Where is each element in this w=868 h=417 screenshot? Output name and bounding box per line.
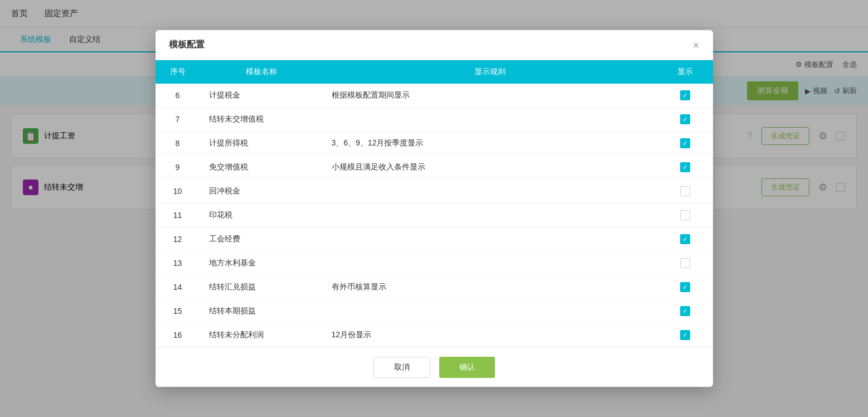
checkbox-checked-0[interactable]: ✓ [680,90,690,100]
modal-close-button[interactable]: × [693,40,700,51]
checkbox-checked-10[interactable]: ✓ [680,330,690,340]
cell-name-0: 计提税金 [200,84,323,108]
modal-title: 模板配置 [169,39,205,51]
table-row: 10回冲税金 [156,180,713,203]
checkbox-checked-3[interactable]: ✓ [680,162,690,172]
table-row: 6计提税金根据模板配置期间显示✓ [156,84,713,108]
cell-rule-9 [323,299,657,323]
table-row: 16结转未分配利润12月份显示✓ [156,323,713,347]
cell-no-9: 15 [156,299,200,323]
cell-name-9: 结转本期损益 [200,299,323,323]
cell-check-10: ✓ [657,323,713,347]
checkbox-checked-8[interactable]: ✓ [680,282,690,292]
table-row: 11印花税 [156,203,713,227]
cell-name-2: 计提所得税 [200,132,323,156]
cancel-button[interactable]: 取消 [374,357,430,378]
cell-name-6: 工会经费 [200,227,323,251]
cell-rule-7 [323,251,657,275]
cell-name-7: 地方水利基金 [200,251,323,275]
cell-rule-4 [323,180,657,203]
cell-rule-6 [323,227,657,251]
cell-rule-0: 根据模板配置期间显示 [323,84,657,108]
col-header-no: 序号 [156,60,200,84]
cell-check-2: ✓ [657,132,713,156]
col-header-display: 显示 [657,60,713,84]
table-row: 8计提所得税3、6、9、12月按季度显示✓ [156,132,713,156]
table-row: 12工会经费✓ [156,227,713,251]
cell-name-4: 回冲税金 [200,180,323,203]
cell-no-0: 6 [156,84,200,108]
cell-name-5: 印花税 [200,203,323,227]
modal-header: 模板配置 × [156,30,713,60]
cell-no-4: 10 [156,180,200,203]
checkbox-checked-9[interactable]: ✓ [680,306,690,316]
cell-check-0: ✓ [657,84,713,108]
cell-check-7 [657,251,713,275]
cell-no-1: 7 [156,108,200,132]
cell-no-7: 13 [156,251,200,275]
cell-check-9: ✓ [657,299,713,323]
modal-footer: 取消 确认 [156,347,713,387]
modal-body: 序号 模板名称 显示规则 显示 6计提税金根据模板配置期间显示✓7结转未交增值税… [156,60,713,347]
table-row: 9免交增值税小规模且满足收入条件显示✓ [156,156,713,180]
cell-rule-8: 有外币核算显示 [323,275,657,299]
cell-check-1: ✓ [657,108,713,132]
table-row: 14结转汇兑损益有外币核算显示✓ [156,275,713,299]
cell-no-2: 8 [156,132,200,156]
table-row: 15结转本期损益✓ [156,299,713,323]
modal-overlay: 模板配置 × 序号 模板名称 显示规则 显示 6计提税金根据模板配置期间显示✓7… [0,0,868,417]
cell-no-10: 16 [156,323,200,347]
cell-rule-2: 3、6、9、12月按季度显示 [323,132,657,156]
table-row: 7结转未交增值税✓ [156,108,713,132]
table-row: 13地方水利基金 [156,251,713,275]
confirm-button[interactable]: 确认 [439,357,495,378]
cell-name-8: 结转汇兑损益 [200,275,323,299]
template-config-modal: 模板配置 × 序号 模板名称 显示规则 显示 6计提税金根据模板配置期间显示✓7… [156,30,713,387]
col-header-rule: 显示规则 [323,60,657,84]
table-header-row: 序号 模板名称 显示规则 显示 [156,60,713,84]
checkbox-checked-6[interactable]: ✓ [680,234,690,244]
cell-no-8: 14 [156,275,200,299]
checkbox-unchecked-5[interactable] [680,210,690,220]
checkbox-checked-1[interactable]: ✓ [680,114,690,124]
col-header-name: 模板名称 [200,60,323,84]
cell-name-10: 结转未分配利润 [200,323,323,347]
cell-no-5: 11 [156,203,200,227]
cell-check-8: ✓ [657,275,713,299]
cell-rule-1 [323,108,657,132]
config-table: 序号 模板名称 显示规则 显示 6计提税金根据模板配置期间显示✓7结转未交增值税… [156,60,713,347]
cell-no-3: 9 [156,156,200,180]
table-body: 6计提税金根据模板配置期间显示✓7结转未交增值税✓8计提所得税3、6、9、12月… [156,84,713,347]
cell-rule-10: 12月份显示 [323,323,657,347]
cell-no-6: 12 [156,227,200,251]
checkbox-unchecked-7[interactable] [680,258,690,268]
cell-rule-5 [323,203,657,227]
checkbox-checked-2[interactable]: ✓ [680,138,690,148]
cell-name-1: 结转未交增值税 [200,108,323,132]
cell-check-4 [657,180,713,203]
cell-check-5 [657,203,713,227]
cell-rule-3: 小规模且满足收入条件显示 [323,156,657,180]
cell-name-3: 免交增值税 [200,156,323,180]
cell-check-3: ✓ [657,156,713,180]
cell-check-6: ✓ [657,227,713,251]
checkbox-unchecked-4[interactable] [680,186,690,196]
